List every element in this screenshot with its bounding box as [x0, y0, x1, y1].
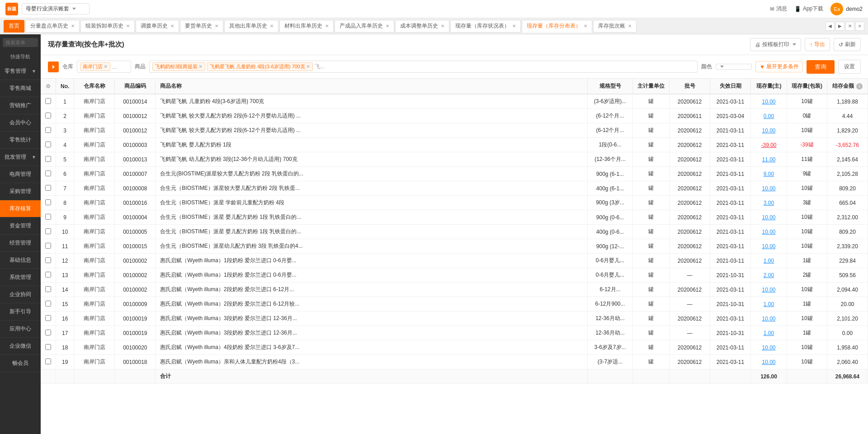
row-stock-main[interactable]: 10.00 — [751, 311, 787, 326]
tab-mix-close-icon[interactable]: ✕ — [170, 24, 174, 28]
tab-product-in-close-icon[interactable]: ✕ — [386, 24, 389, 28]
stock-main-link[interactable]: 10.00 — [762, 344, 775, 351]
stock-main-link[interactable]: 10.00 — [762, 214, 775, 221]
row-checkbox[interactable] — [41, 152, 56, 167]
sidebar-item-system[interactable]: 系统管理 — [0, 269, 41, 286]
export-button[interactable]: ↑ 导出 — [805, 38, 830, 51]
row-checkbox[interactable] — [41, 340, 56, 355]
row-stock-main[interactable]: 10.00 — [751, 239, 787, 254]
row-stock-main[interactable]: 10.00 — [751, 123, 787, 138]
row-check-input[interactable] — [45, 142, 51, 147]
tab-other-out-close-icon[interactable]: ✕ — [270, 24, 274, 28]
row-stock-main[interactable]: 10.00 — [751, 283, 787, 297]
stock-main-link[interactable]: 1.00 — [764, 301, 774, 307]
stock-main-link[interactable]: -39.00 — [761, 142, 776, 148]
row-check-input[interactable] — [45, 315, 51, 321]
row-check-input[interactable] — [45, 243, 51, 249]
row-checkbox[interactable] — [41, 268, 56, 283]
sidebar-item-app-center[interactable]: 应用中心 — [0, 321, 41, 338]
tab-split-history[interactable]: 分量盘点单历史 ✕ — [25, 20, 80, 33]
row-check-input[interactable] — [45, 214, 51, 220]
row-stock-main[interactable]: 10.00 — [751, 225, 787, 239]
tab-stock-status[interactable]: 现存量（库存状况表） ✕ — [450, 20, 521, 33]
tab-other-out[interactable]: 其他出库单历史 ✕ — [224, 20, 278, 33]
row-check-input[interactable] — [45, 113, 51, 118]
warehouse-tag-delete-icon[interactable]: ✕ — [104, 64, 108, 70]
tab-mix[interactable]: 调拨单历史 ✕ — [136, 20, 179, 33]
stock-main-link[interactable]: 2.00 — [764, 272, 774, 278]
user-area[interactable]: Ea demo2 — [830, 3, 863, 15]
sidebar-item-wholesale[interactable]: 批发管理 ▼ — [0, 149, 41, 166]
tab-home[interactable]: 首页 — [4, 20, 24, 33]
product-tag-1-delete-icon[interactable]: ✕ — [306, 64, 310, 70]
stock-main-link[interactable]: 10.00 — [762, 287, 775, 293]
sidebar-item-marketing[interactable]: 营销推广 — [0, 97, 41, 114]
row-stock-main[interactable]: 11.00 — [751, 152, 787, 167]
row-check-input[interactable] — [45, 359, 51, 364]
query-button[interactable]: 查询 — [807, 60, 835, 74]
stock-main-link[interactable]: 9.00 — [764, 171, 774, 177]
row-checkbox[interactable] — [41, 94, 56, 109]
tab-next-button[interactable]: ▶ — [835, 22, 844, 31]
sidebar-item-new-guide[interactable]: 新手引导 — [0, 303, 41, 321]
sidebar-item-purchase[interactable]: 采购管理 — [0, 183, 41, 200]
row-stock-main[interactable]: 1.00 — [751, 297, 787, 311]
tab-requisition[interactable]: 要货单历史 ✕ — [180, 20, 223, 33]
tab-material-out-close-icon[interactable]: ✕ — [325, 24, 329, 28]
row-check-input[interactable] — [45, 286, 51, 292]
row-checkbox[interactable] — [41, 225, 56, 239]
tab-requisition-close-icon[interactable]: ✕ — [215, 24, 218, 28]
warehouse-filter-more[interactable]: ... — [112, 64, 117, 70]
sidebar-quick-nav[interactable]: 快捷导航 — [0, 51, 41, 63]
tab-cost-adjust[interactable]: 成本调整单历史 ✕ — [395, 20, 449, 33]
sidebar-item-ops[interactable]: 经营管理 — [0, 235, 41, 252]
stock-main-link[interactable]: 3.00 — [764, 200, 774, 206]
row-checkbox[interactable] — [41, 210, 56, 225]
setting-button[interactable]: 设置 — [838, 60, 861, 74]
stock-main-link[interactable]: 10.00 — [762, 243, 775, 250]
row-checkbox[interactable] — [41, 109, 56, 123]
row-checkbox[interactable] — [41, 254, 56, 268]
row-checkbox[interactable] — [41, 181, 56, 196]
row-stock-main[interactable]: 1.00 — [751, 326, 787, 340]
stock-main-link[interactable]: 10.00 — [762, 316, 775, 322]
tab-disassemble-close-icon[interactable]: ✕ — [126, 24, 130, 28]
expand-filter-button[interactable]: ▼ 展开更多条件 — [755, 61, 803, 72]
row-checkbox[interactable] — [41, 167, 56, 181]
print-button[interactable]: 🖨 按模板打印 — [750, 38, 801, 51]
row-check-input[interactable] — [45, 330, 51, 335]
row-checkbox[interactable] — [41, 123, 56, 138]
stock-main-link[interactable]: 1.00 — [764, 330, 774, 336]
sidebar-item-retail-stats[interactable]: 零售统计 — [0, 132, 41, 149]
sidebar-item-enterprise[interactable]: 企业协同 — [0, 286, 41, 303]
tab-material-out[interactable]: 材料出库单历史 ✕ — [279, 20, 334, 33]
row-check-input[interactable] — [45, 170, 51, 176]
color-filter-area[interactable] — [716, 64, 752, 70]
row-stock-main[interactable]: 10.00 — [751, 355, 787, 369]
row-stock-main[interactable]: 10.00 — [751, 340, 787, 355]
row-stock-main[interactable]: 3.00 — [751, 196, 787, 210]
stock-main-link[interactable]: 1.00 — [764, 258, 774, 264]
sidebar-item-ecommerce[interactable]: 电商管理 — [0, 166, 41, 183]
stock-main-link[interactable]: 10.00 — [762, 185, 775, 192]
row-stock-main[interactable]: 10.00 — [751, 210, 787, 225]
row-checkbox[interactable] — [41, 196, 56, 210]
row-checkbox[interactable] — [41, 239, 56, 254]
sidebar-item-retail[interactable]: 零售管理 ▼ — [0, 63, 41, 80]
row-stock-main[interactable]: 0.00 — [751, 109, 787, 123]
product-tag-0-delete-icon[interactable]: ✕ — [198, 64, 203, 70]
row-stock-main[interactable]: 2.00 — [751, 268, 787, 283]
search-input[interactable] — [3, 38, 38, 47]
row-check-input[interactable] — [45, 98, 51, 104]
stock-main-link[interactable]: 10.00 — [762, 359, 775, 365]
message-button[interactable]: ✉ 消息 — [770, 5, 787, 13]
tab-split-close-icon[interactable]: ✕ — [71, 24, 75, 28]
stock-main-link[interactable]: 10.00 — [762, 127, 775, 134]
settings-icon[interactable]: ⚙ — [46, 83, 51, 90]
tab-menu-button[interactable]: ≡ — [855, 22, 864, 31]
sidebar-item-finance[interactable]: 资金管理 — [0, 217, 41, 235]
company-select[interactable]: 母婴行业演示账套 — [22, 3, 90, 14]
sidebar-item-inventory[interactable]: 库存核算 — [0, 200, 41, 217]
sidebar-item-welfare[interactable]: 畅会员 — [0, 355, 41, 372]
tab-stock-status-close-icon[interactable]: ✕ — [512, 24, 516, 28]
